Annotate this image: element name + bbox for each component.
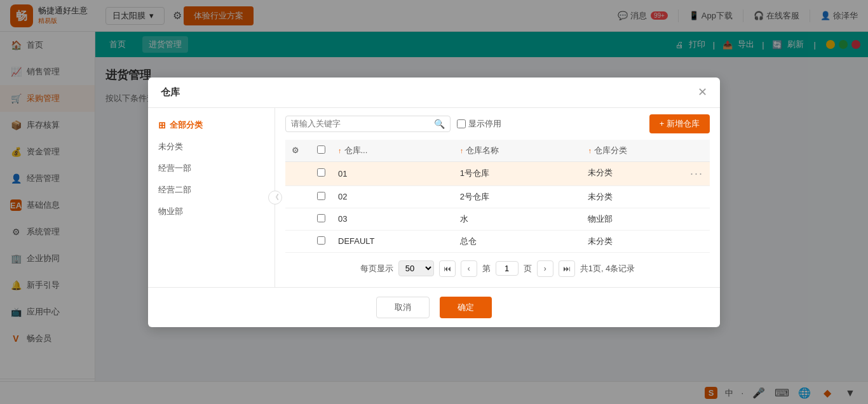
row-1-checkbox[interactable] — [317, 168, 325, 177]
search-input[interactable] — [291, 119, 434, 128]
row-4-category: 未分类 — [581, 230, 710, 252]
col-checkbox-header — [311, 140, 332, 162]
modal-header: 仓库 ✕ — [148, 77, 720, 108]
confirm-button[interactable]: 确定 — [440, 297, 492, 318]
show-disabled-label: 显示停用 — [468, 118, 501, 130]
row-3-name: 水 — [454, 208, 582, 230]
modal-overlay: 仓库 ✕ ⊞ 全部分类 未分类 经营一部 经营二部 物业部 《 — [0, 0, 868, 404]
per-page-label: 每页显示 — [360, 263, 393, 274]
show-disabled-checkbox[interactable] — [457, 119, 466, 128]
next-page-button[interactable]: › — [537, 260, 553, 277]
category-panel: ⊞ 全部分类 未分类 经营一部 经营二部 物业部 《 — [148, 108, 275, 287]
row-1-more[interactable]: ··· — [690, 167, 703, 180]
page-label: 第 — [482, 263, 491, 274]
page-suffix: 页 — [524, 263, 532, 274]
table-row[interactable]: 02 2号仓库 未分类 — [285, 185, 710, 208]
row-gear-1 — [285, 161, 311, 185]
table-header-row: ⚙ ↑ 仓库... — [285, 140, 710, 162]
warehouse-table: ⚙ ↑ 仓库... — [285, 140, 710, 253]
row-4-code: DEFAULT — [332, 230, 454, 252]
page-input[interactable] — [496, 261, 519, 276]
row-checkbox-3 — [311, 208, 332, 230]
table-row[interactable]: 03 水 物业部 — [285, 208, 710, 230]
search-box: 🔍 — [285, 116, 451, 132]
category-all-header[interactable]: ⊞ 全部分类 — [148, 114, 275, 136]
warehouse-modal: 仓库 ✕ ⊞ 全部分类 未分类 经营一部 经营二部 物业部 《 — [148, 77, 720, 327]
per-page-select[interactable]: 50 100 200 — [398, 260, 434, 276]
col-name-header: ↑ 仓库名称 — [454, 140, 582, 162]
total-label: 共1页, 4条记录 — [580, 263, 635, 274]
prev-page-button[interactable]: ‹ — [461, 260, 477, 277]
first-page-button[interactable]: ⏮ — [439, 260, 456, 277]
row-2-checkbox[interactable] — [317, 192, 325, 200]
show-disabled-area: 显示停用 — [457, 118, 501, 130]
category-item-2[interactable]: 经营二部 — [148, 179, 275, 201]
table-toolbar: 🔍 显示停用 + 新增仓库 — [285, 114, 710, 133]
col-gear-header: ⚙ — [285, 140, 311, 162]
modal-title: 仓库 — [161, 86, 180, 98]
row-checkbox-2 — [311, 185, 332, 208]
sort-cat-icon: ↑ — [588, 147, 592, 154]
table-row[interactable]: DEFAULT 总仓 未分类 — [285, 230, 710, 252]
last-page-button[interactable]: ⏭ — [559, 260, 575, 277]
row-3-code: 03 — [332, 208, 454, 230]
table-panel: 🔍 显示停用 + 新增仓库 ⚙ — [275, 108, 720, 287]
category-item-3[interactable]: 物业部 — [148, 201, 275, 222]
select-all-checkbox[interactable] — [317, 145, 325, 154]
search-icon: 🔍 — [434, 119, 445, 129]
table-row[interactable]: 01 1号仓库 未分类 ··· — [285, 161, 710, 185]
row-checkbox-1 — [311, 161, 332, 185]
category-all-label: 全部分类 — [170, 119, 203, 131]
row-3-category: 物业部 — [581, 208, 710, 230]
grid-icon: ⊞ — [158, 120, 166, 130]
pagination: 每页显示 50 100 200 ⏮ ‹ 第 页 › ⏭ 共1页, 4条记录 — [285, 253, 710, 281]
table-body: 01 1号仓库 未分类 ··· 02 — [285, 161, 710, 252]
add-warehouse-button[interactable]: + 新增仓库 — [649, 114, 710, 133]
row-4-checkbox[interactable] — [317, 236, 325, 245]
category-item-0[interactable]: 未分类 — [148, 136, 275, 158]
collapse-button[interactable]: 《 — [268, 191, 282, 205]
modal-footer: 取消 确定 — [148, 287, 720, 327]
sort-icon: ↑ — [338, 147, 342, 154]
row-2-code: 02 — [332, 185, 454, 208]
sort-name-icon: ↑ — [460, 147, 464, 154]
row-gear-2 — [285, 185, 311, 208]
row-gear-4 — [285, 230, 311, 252]
row-gear-3 — [285, 208, 311, 230]
row-2-name: 2号仓库 — [454, 185, 582, 208]
row-2-category: 未分类 — [581, 185, 710, 208]
row-1-name: 1号仓库 — [454, 161, 582, 185]
col-category-header: ↑ 仓库分类 — [581, 140, 710, 162]
row-1-category: 未分类 ··· — [581, 161, 710, 185]
cancel-button[interactable]: 取消 — [376, 297, 430, 318]
modal-body: ⊞ 全部分类 未分类 经营一部 经营二部 物业部 《 🔍 — [148, 108, 720, 287]
row-4-name: 总仓 — [454, 230, 582, 252]
col-code-header: ↑ 仓库... — [332, 140, 454, 162]
row-1-code: 01 — [332, 161, 454, 185]
gear-header-icon: ⚙ — [292, 145, 299, 155]
row-checkbox-4 — [311, 230, 332, 252]
modal-close-button[interactable]: ✕ — [698, 86, 707, 98]
row-3-checkbox[interactable] — [317, 214, 325, 222]
category-item-1[interactable]: 经营一部 — [148, 158, 275, 179]
